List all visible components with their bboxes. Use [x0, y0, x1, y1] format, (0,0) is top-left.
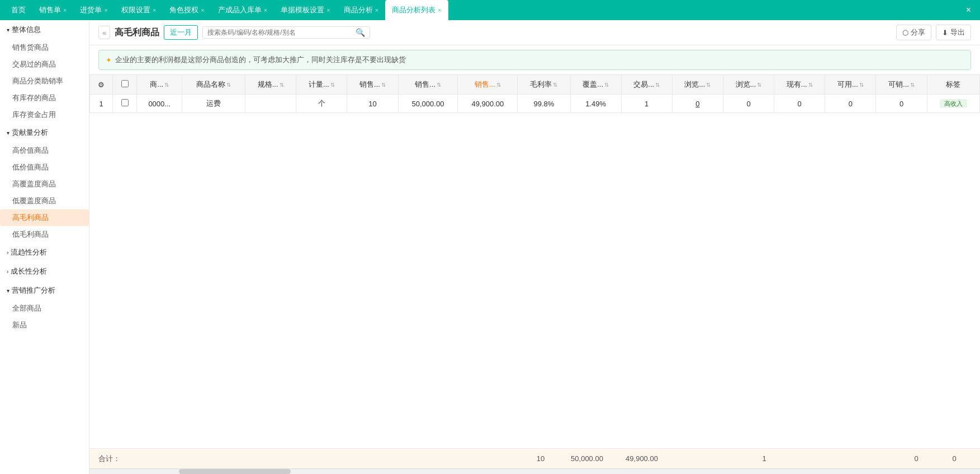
footer-label: 合计：: [98, 454, 120, 464]
footer-available2: 0: [899, 454, 933, 463]
cell-browse1[interactable]: 0: [672, 95, 723, 113]
sidebar-item-all-goods[interactable]: 全部商品: [0, 300, 89, 317]
nav-stock-in[interactable]: 产成品入库单 ×: [211, 0, 274, 20]
sidebar-item-low-margin[interactable]: 低毛利商品: [0, 226, 89, 243]
sidebar-group-marketing[interactable]: ▾ 营销推广分析: [0, 281, 89, 300]
share-icon: ⬡: [902, 29, 908, 37]
content-area: « 高毛利商品 近一月 🔍 ⬡ 分享 ⬇ 导出: [89, 20, 980, 474]
cell-spec: [245, 95, 296, 113]
content-header: « 高毛利商品 近一月 🔍 ⬡ 分享 ⬇ 导出: [89, 20, 980, 45]
col-settings[interactable]: ⚙: [90, 75, 113, 95]
cell-index: 1: [90, 95, 113, 113]
collapse-button[interactable]: «: [98, 26, 110, 39]
cell-available1: 0: [774, 95, 825, 113]
filter-recent-month[interactable]: 近一月: [164, 25, 198, 40]
footer-sales-amount: 50,000.00: [562, 454, 612, 463]
export-icon: ⬇: [942, 29, 948, 37]
arrow-overall: ▾: [7, 27, 10, 33]
data-table: ⚙ 商...⇅ 商品名称⇅ 规格...⇅ 计量...⇅ 销售...⇅ 销售...…: [89, 74, 980, 113]
nav-permissions[interactable]: 权限设置 ×: [115, 0, 163, 20]
col-gross-margin[interactable]: 毛利率⇅: [518, 75, 570, 95]
arrow-growth: ›: [7, 269, 8, 275]
footer-sales-profit: 49,900.00: [617, 454, 667, 463]
cell-sales-amount: 50,000.00: [398, 95, 458, 113]
sidebar-item-in-stock[interactable]: 有库存的商品: [0, 90, 89, 106]
nav-analysis[interactable]: 商品分析 ×: [337, 0, 385, 20]
nav-roles[interactable]: 角色授权 ×: [163, 0, 211, 20]
nav-close-roles[interactable]: ×: [201, 7, 204, 13]
sidebar-item-traded-goods[interactable]: 交易过的商品: [0, 56, 89, 73]
nav-close-analysis[interactable]: ×: [375, 7, 378, 13]
col-available1[interactable]: 现有...⇅: [774, 75, 825, 95]
col-sales-amount[interactable]: 销售...⇅: [398, 75, 458, 95]
sidebar-item-high-value[interactable]: 高价值商品: [0, 142, 89, 159]
nav-purchase[interactable]: 进货单 ×: [73, 0, 114, 20]
sidebar-group-contribution[interactable]: ▾ 贡献量分析: [0, 123, 89, 142]
arrow-marketing: ▾: [7, 288, 10, 294]
header-actions: ⬡ 分享 ⬇ 导出: [896, 25, 971, 40]
bottom-scrollbar[interactable]: [89, 468, 980, 474]
col-unit[interactable]: 计量...⇅: [296, 75, 347, 95]
nav-sales[interactable]: 销售单 ×: [32, 0, 73, 20]
window-close-btn[interactable]: ×: [962, 5, 976, 15]
sidebar-item-high-margin[interactable]: 高毛利商品: [0, 209, 89, 226]
share-button[interactable]: ⬡ 分享: [896, 25, 931, 40]
col-available2[interactable]: 可用...⇅: [825, 75, 876, 95]
nav-home[interactable]: 首页: [4, 0, 32, 20]
footer-saleable: 0: [938, 454, 971, 463]
col-saleable[interactable]: 可销...⇅: [876, 75, 927, 95]
search-box[interactable]: 🔍: [202, 26, 370, 39]
col-browse2[interactable]: 浏览...⇅: [723, 75, 774, 95]
sidebar-item-low-coverage[interactable]: 低覆盖度商品: [0, 193, 89, 209]
nav-close-sales[interactable]: ×: [63, 7, 67, 13]
sidebar-group-trend[interactable]: › 流趋性分析: [0, 243, 89, 262]
col-name[interactable]: 商品名称⇅: [182, 75, 245, 95]
sidebar-group-overall[interactable]: ▾ 整体信息: [0, 20, 89, 39]
main-layout: ▾ 整体信息 销售货商品 交易过的商品 商品分类助销率 有库存的商品 库存资金占…: [0, 20, 980, 474]
info-icon: ✦: [106, 56, 112, 64]
col-spec[interactable]: 规格...⇅: [245, 75, 296, 95]
footer-bar: 合计： 10 50,000.00 49,900.00 1 0 0: [89, 448, 980, 468]
table-container[interactable]: ⚙ 商...⇅ 商品名称⇅ 规格...⇅ 计量...⇅ 销售...⇅ 销售...…: [89, 74, 980, 448]
sidebar-item-category-assist[interactable]: 商品分类助销率: [0, 73, 89, 90]
nav-close-stock-in[interactable]: ×: [264, 7, 267, 13]
col-browse1[interactable]: 浏览...⇅: [672, 75, 723, 95]
export-button[interactable]: ⬇ 导出: [936, 25, 971, 40]
sidebar-item-sales-goods[interactable]: 销售货商品: [0, 39, 89, 56]
cell-sales-profit: 49,900.00: [458, 95, 518, 113]
info-bar: ✦ 企业的主要的利润都是这部分商品创造的，可考虑加大推广，同时关注库存是不要出现…: [98, 50, 971, 70]
col-sales-qty[interactable]: 销售...⇅: [347, 75, 398, 95]
sidebar-item-high-coverage[interactable]: 高覆盖度商品: [0, 176, 89, 193]
arrow-contribution: ▾: [7, 130, 10, 136]
col-code[interactable]: 商...⇅: [137, 75, 182, 95]
nav-close-template[interactable]: ×: [326, 7, 330, 13]
col-tag[interactable]: 标签: [927, 75, 979, 95]
sidebar-item-low-value[interactable]: 低价值商品: [0, 159, 89, 176]
cell-browse2: 0: [723, 95, 774, 113]
nav-close-analysis-list[interactable]: ×: [438, 7, 441, 13]
sidebar-item-new-goods[interactable]: 新品: [0, 317, 89, 334]
sidebar-group-growth[interactable]: › 成长性分析: [0, 262, 89, 281]
col-coverage[interactable]: 覆盖...⇅: [570, 75, 621, 95]
cell-coverage: 1.49%: [570, 95, 621, 113]
cell-checkbox[interactable]: [113, 95, 137, 113]
nav-close-permissions[interactable]: ×: [153, 7, 156, 13]
col-sales-profit[interactable]: 销售...⇅: [458, 75, 518, 95]
scrollbar-thumb[interactable]: [179, 469, 291, 474]
footer-transactions: 1: [747, 454, 781, 463]
col-checkbox[interactable]: [113, 75, 137, 95]
nav-analysis-list[interactable]: 商品分析列表 ×: [385, 0, 448, 20]
sidebar-item-stock-capital[interactable]: 库存资金占用: [0, 106, 89, 123]
search-input[interactable]: [207, 29, 356, 36]
nav-close-purchase[interactable]: ×: [104, 7, 107, 13]
top-nav: 首页 销售单 × 进货单 × 权限设置 × 角色授权 × 产成品入库单 × 单据…: [0, 0, 980, 20]
page-title: 高毛利商品: [115, 27, 159, 39]
col-transactions[interactable]: 交易...⇅: [621, 75, 672, 95]
select-all-checkbox[interactable]: [121, 80, 129, 87]
footer-sales-qty: 10: [524, 454, 557, 463]
nav-template[interactable]: 单据模板设置 ×: [274, 0, 337, 20]
arrow-trend: ›: [7, 250, 8, 256]
search-icon[interactable]: 🔍: [356, 28, 365, 37]
info-message: 企业的主要的利润都是这部分商品创造的，可考虑加大推广，同时关注库存是不要出现缺货: [115, 55, 406, 65]
cell-transactions: 1: [621, 95, 672, 113]
